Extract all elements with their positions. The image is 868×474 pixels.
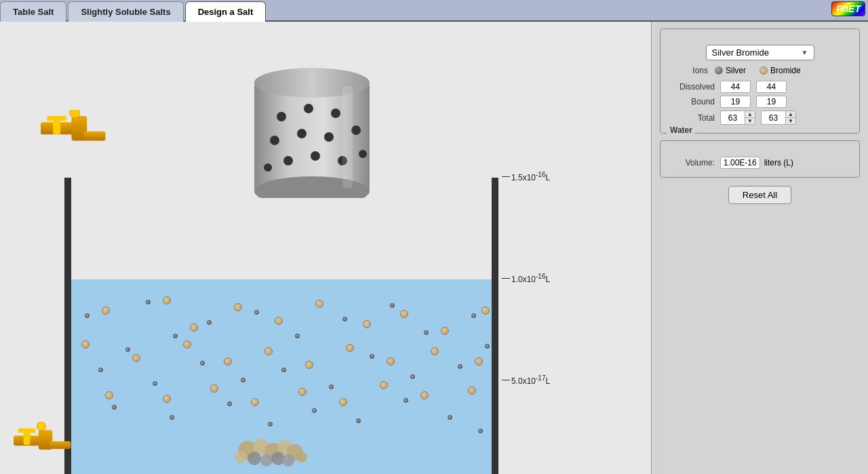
bound-silver-value: 19 [720, 96, 751, 108]
svg-rect-20 [47, 116, 66, 121]
svg-point-21 [70, 110, 80, 118]
scale-markings: 1.5x10-16L 1.0x10-16L 5.0x10-17L [502, 176, 556, 474]
tab-bar: Table Salt Slightly Soluble Salts Design… [0, 0, 868, 22]
tab-slightly-soluble[interactable]: Slightly Soluble Salts [68, 1, 183, 22]
svg-rect-15 [342, 86, 353, 188]
total-silver-stepper[interactable]: 63 ▲ ▼ [720, 111, 755, 125]
ions-row: Ions Silver Bromide [667, 66, 852, 75]
svg-point-5 [331, 108, 340, 118]
total-row: Total 63 ▲ ▼ 63 ▲ ▼ [667, 111, 852, 125]
total-bromide-value: 63 [762, 113, 785, 123]
scale-label-mid: 1.0x10-16L [511, 273, 550, 284]
total-bromide-stepper[interactable]: 63 ▲ ▼ [761, 111, 796, 125]
salt-shaker[interactable] [244, 49, 380, 191]
phet-logo: PhET [831, 1, 865, 16]
dissolved-bromide-value: 44 [756, 81, 787, 93]
beaker [64, 178, 498, 474]
reset-all-button[interactable]: Reset All [728, 186, 791, 204]
volume-row: Volume: 1.00E-16 liters (L) [667, 157, 852, 169]
bromide-ion-label: Bromide [770, 66, 801, 75]
svg-point-10 [283, 156, 293, 165]
volume-unit: liters (L) [764, 158, 793, 167]
ion1-item: Silver [715, 66, 746, 75]
dissolved-row: Dissolved 44 44 [667, 81, 852, 93]
faucet-top[interactable] [41, 110, 108, 164]
dissolved-label: Dissolved [667, 82, 715, 92]
svg-point-3 [277, 112, 286, 121]
volume-value: 1.00E-16 [720, 157, 760, 169]
svg-point-6 [270, 136, 279, 145]
main-content: 1.5x10-16L 1.0x10-16L 5.0x10-17L [0, 22, 868, 474]
volume-label: Volume: [667, 158, 715, 167]
tab-design-salt[interactable]: Design a Salt [185, 1, 267, 22]
svg-point-7 [297, 129, 307, 138]
scale-label-low: 5.0x10-17L [511, 374, 550, 386]
salt-dropdown[interactable]: Silver Bromide ▼ [706, 45, 814, 60]
salt-dropdown-container: Silver Bromide ▼ [667, 45, 852, 60]
water-section: Water Volume: 1.00E-16 liters (L) [660, 140, 860, 178]
total-label: Total [667, 113, 715, 123]
simulation-area: 1.5x10-16L 1.0x10-16L 5.0x10-17L [0, 22, 651, 474]
svg-rect-37 [18, 429, 36, 433]
svg-point-8 [324, 132, 334, 142]
svg-rect-18 [84, 132, 106, 141]
right-panel: Salt Silver Bromide ▼ Ions Silver Bromid… [651, 22, 868, 474]
total-bromide-down[interactable]: ▼ [786, 118, 795, 124]
water-section-title: Water [667, 125, 695, 135]
faucet-bottom[interactable] [14, 422, 75, 474]
total-silver-value: 63 [721, 113, 745, 123]
salt-section: Salt Silver Bromide ▼ Ions Silver Bromid… [660, 28, 860, 134]
svg-rect-35 [50, 441, 71, 449]
dissolved-silver-value: 44 [720, 81, 751, 93]
salt-section-title: Salt [667, 22, 688, 23]
dropdown-arrow-icon: ▼ [802, 49, 808, 56]
svg-point-9 [351, 125, 361, 135]
scale-label-high: 1.5x10-16L [511, 171, 550, 182]
stepper-btns-bromide: ▲ ▼ [785, 111, 795, 124]
tab-table-salt[interactable]: Table Salt [0, 1, 66, 22]
bromide-ion-dot [760, 66, 768, 75]
silver-ion-dot [715, 66, 723, 75]
svg-point-13 [264, 163, 272, 172]
stepper-btns-silver: ▲ ▼ [745, 111, 755, 124]
bound-label: Bound [667, 97, 715, 106]
svg-point-38 [37, 422, 45, 431]
ion2-item: Bromide [760, 66, 801, 75]
svg-point-14 [359, 150, 367, 158]
svg-point-11 [311, 151, 320, 161]
svg-point-4 [304, 104, 313, 113]
salt-dropdown-value: Silver Bromide [712, 47, 770, 58]
bound-row: Bound 19 19 [667, 96, 852, 108]
bound-bromide-value: 19 [756, 96, 787, 108]
total-bromide-up[interactable]: ▲ [786, 111, 795, 118]
total-silver-down[interactable]: ▼ [745, 118, 755, 124]
total-silver-up[interactable]: ▲ [745, 111, 755, 118]
silver-ion-label: Silver [726, 66, 746, 75]
